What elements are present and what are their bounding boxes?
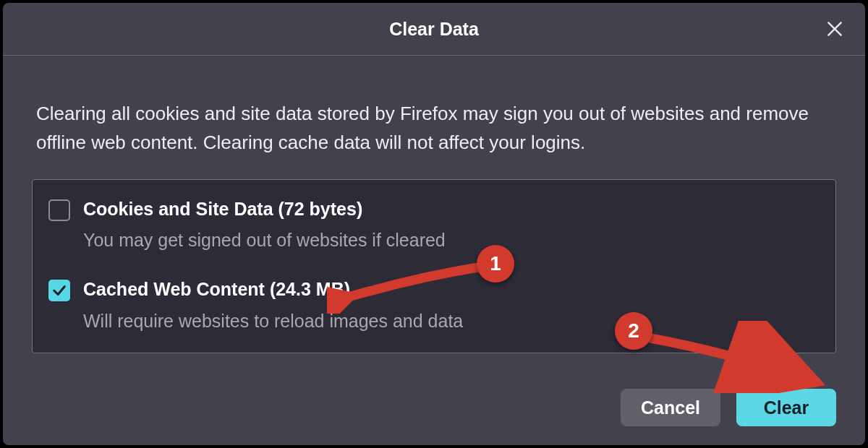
cancel-button[interactable]: Cancel: [621, 389, 720, 426]
dialog-title: Clear Data: [389, 19, 479, 40]
cookies-sub: You may get signed out of websites if cl…: [83, 228, 820, 253]
dialog-titlebar: Clear Data: [3, 3, 865, 56]
options-panel: Cookies and Site Data (72 bytes) You may…: [32, 179, 836, 353]
cookies-checkbox[interactable]: [48, 199, 70, 221]
dialog-description: Clearing all cookies and site data store…: [36, 99, 832, 158]
cache-sub: Will require websites to reload images a…: [83, 309, 820, 334]
close-button[interactable]: [823, 17, 846, 40]
dialog-footer: Cancel Clear: [621, 389, 836, 426]
check-icon: [51, 283, 67, 298]
cache-text: Cached Web Content (24.3 MB) Will requir…: [83, 277, 820, 334]
clear-button[interactable]: Clear: [736, 389, 836, 426]
dialog-body: Clearing all cookies and site data store…: [3, 56, 865, 353]
annotation-badge-2: 2: [615, 312, 652, 350]
annotation-badge-1: 1: [477, 245, 514, 283]
clear-data-dialog: Clear Data Clearing all cookies and site…: [3, 3, 865, 445]
cookies-text: Cookies and Site Data (72 bytes) You may…: [83, 197, 820, 254]
option-cookies[interactable]: Cookies and Site Data (72 bytes) You may…: [48, 197, 820, 254]
cookies-label: Cookies and Site Data (72 bytes): [83, 197, 820, 222]
cache-checkbox[interactable]: [48, 280, 70, 301]
close-icon: [825, 20, 844, 38]
option-cache[interactable]: Cached Web Content (24.3 MB) Will requir…: [48, 277, 820, 334]
cache-label: Cached Web Content (24.3 MB): [83, 277, 820, 302]
